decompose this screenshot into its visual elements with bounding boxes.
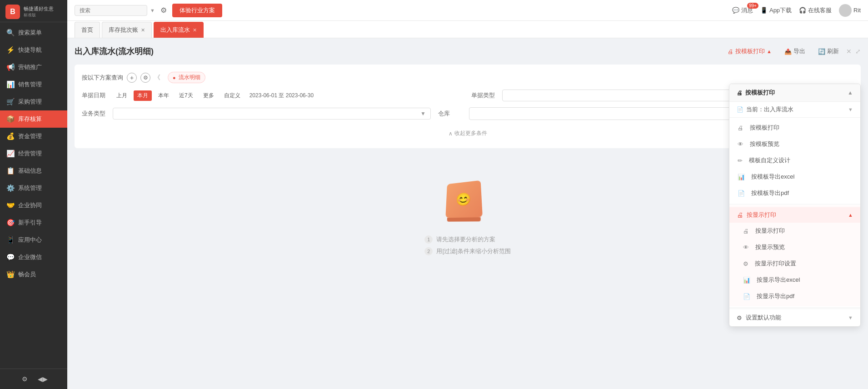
topbar-gear-icon[interactable]: ⚙ bbox=[160, 6, 167, 15]
dropdown-template-section: 🖨 按模板打印 👁 按模板预览 ✏ 模板自定义设计 📊 按模板导出excel bbox=[729, 118, 860, 203]
window-expand-icon[interactable]: ⤢ bbox=[855, 48, 861, 55]
sidebar-item-marketing[interactable]: 📢 营销推广 bbox=[0, 59, 67, 76]
online-service-button[interactable]: 🎧 在线客服 bbox=[799, 6, 832, 15]
sidebar-item-label: 资金管理 bbox=[18, 132, 42, 140]
system-icon: ⚙️ bbox=[6, 184, 15, 192]
display-settings-icon: ⚙ bbox=[743, 260, 748, 267]
tag-label: 流水明细 bbox=[179, 74, 200, 81]
export-label: 导出 bbox=[793, 47, 805, 55]
messages-button[interactable]: 💬 消息 99+ bbox=[732, 6, 753, 15]
template-preview-icon: 👁 bbox=[738, 141, 743, 148]
sidebar-item-app-center[interactable]: 📱 应用中心 bbox=[0, 231, 67, 249]
empty-box-visual: 😊 bbox=[445, 180, 483, 218]
dropdown-item-template-preview[interactable]: 👁 按模板预览 bbox=[729, 136, 860, 152]
sidebar-item-member[interactable]: 👑 畅会员 bbox=[0, 266, 67, 283]
tab-inout-flow-label: 出入库流水 bbox=[160, 26, 190, 34]
tab-batch-account[interactable]: 库存批次账 ✕ bbox=[102, 22, 152, 38]
search-add-button[interactable]: + bbox=[127, 73, 137, 83]
sidebar-item-wechat[interactable]: 💬 企业微信 bbox=[0, 249, 67, 266]
print-template-label: 按模板打印 bbox=[735, 47, 765, 55]
refresh-button[interactable]: 🔄 刷新 bbox=[814, 45, 843, 57]
print-template-button[interactable]: 🖨 按模板打印 ▲ bbox=[724, 45, 775, 57]
tabs-bar: 首页 库存批次账 ✕ 出入库流水 ✕ bbox=[67, 21, 868, 38]
dropdown-display-section-header[interactable]: 🖨 按显示打印 ▲ bbox=[729, 207, 860, 223]
dropdown-item-template-custom[interactable]: ✏ 模板自定义设计 bbox=[729, 152, 860, 169]
sidebar-item-quick-nav[interactable]: ⚡ 快捷导航 bbox=[0, 41, 67, 59]
dropdown-item-template-excel[interactable]: 📊 按模板导出excel bbox=[729, 169, 860, 185]
sidebar-item-label: 经营管理 bbox=[18, 150, 42, 158]
sidebar-item-label: 基础信息 bbox=[18, 167, 42, 175]
sidebar-item-label: 新手引导 bbox=[18, 219, 42, 227]
sidebar-item-basic-info[interactable]: 📋 基础信息 bbox=[0, 162, 67, 180]
sidebar-item-cooperation[interactable]: 🤝 企业协同 bbox=[0, 197, 67, 214]
display-section-icon: 🖨 bbox=[737, 211, 743, 219]
page-top-right: 🖨 按模板打印 ▲ 📤 导出 🔄 刷新 ✕ bbox=[724, 45, 861, 57]
dropdown-panel: 🖨 按模板打印 ▲ 📄 当前：出入库流水 ▼ 🖨 bbox=[729, 84, 861, 327]
dropdown-item-template-pdf[interactable]: 📄 按模板导出pdf bbox=[729, 185, 860, 201]
print-icon: 🖨 bbox=[728, 48, 733, 55]
sidebar-collapse-button[interactable]: ◀▶ bbox=[35, 373, 51, 385]
sidebar-bottom: ⚙ ◀▶ bbox=[0, 369, 67, 389]
date-this-year[interactable]: 本年 bbox=[155, 90, 173, 101]
date-field: 单据日期 上月 本月 本年 近7天 更多 自定义 2023-06-01 至 20… bbox=[82, 90, 464, 101]
display-excel-icon: 📊 bbox=[743, 277, 750, 284]
dropdown-item-display-pdf[interactable]: 📄 按显示导出pdf bbox=[729, 288, 860, 304]
topbar-search-input[interactable] bbox=[75, 5, 147, 16]
date-label: 单据日期 bbox=[82, 91, 109, 100]
sidebar-item-inventory[interactable]: 📦 库存核算 bbox=[0, 110, 67, 128]
sidebar-item-search[interactable]: 🔍 搜索菜单 bbox=[0, 24, 67, 41]
window-close-icon[interactable]: ✕ bbox=[846, 48, 852, 55]
date-more[interactable]: 更多 bbox=[200, 90, 218, 101]
display-print-icon: 🖨 bbox=[743, 228, 749, 234]
sidebar-item-system[interactable]: ⚙️ 系统管理 bbox=[0, 180, 67, 197]
dropdown-current-arrow-icon[interactable]: ▼ bbox=[848, 107, 853, 112]
date-custom[interactable]: 自定义 bbox=[220, 90, 244, 101]
sidebar-item-guide[interactable]: 🎯 新手引导 bbox=[0, 214, 67, 231]
display-print-settings-label: 按显示打印设置 bbox=[755, 259, 796, 268]
tab-inout-flow[interactable]: 出入库流水 ✕ bbox=[154, 22, 204, 38]
display-preview-label: 按显示预览 bbox=[755, 243, 785, 251]
sidebar: B 畅捷通好生意 标准版 🔍 搜索菜单 ⚡ 快捷导航 📢 营销推广 📊 bbox=[0, 0, 67, 389]
business-type-field: 业务类型 ▼ bbox=[82, 108, 431, 120]
sidebar-item-sales[interactable]: 📊 销售管理 bbox=[0, 76, 67, 93]
tab-home[interactable]: 首页 bbox=[75, 22, 100, 38]
sidebar-item-label: 快捷导航 bbox=[18, 46, 42, 54]
dropdown-item-display-excel[interactable]: 📊 按显示导出excel bbox=[729, 272, 860, 288]
business-type-input[interactable]: ▼ bbox=[113, 108, 431, 120]
export-button[interactable]: 📤 导出 bbox=[781, 45, 809, 57]
sidebar-item-operations[interactable]: 📈 经营管理 bbox=[0, 145, 67, 162]
sidebar-item-purchase[interactable]: 🛒 采购管理 bbox=[0, 93, 67, 110]
search-dropdown-arrow-icon[interactable]: ▼ bbox=[150, 8, 155, 13]
dropdown-item-template-print[interactable]: 🖨 按模板打印 bbox=[729, 120, 860, 136]
empty-step-2: 2 用[过滤]条件来缩小分析范围 bbox=[424, 245, 510, 257]
trial-button[interactable]: 体验行业方案 bbox=[172, 4, 222, 17]
user-avatar-button[interactable]: Rit bbox=[839, 4, 861, 17]
dropdown-item-display-print[interactable]: 🖨 按显示打印 bbox=[729, 223, 860, 239]
refresh-icon: 🔄 bbox=[818, 48, 825, 55]
display-excel-label: 按显示导出excel bbox=[757, 276, 800, 284]
messages-badge: 99+ bbox=[747, 3, 758, 9]
dropdown-item-display-print-settings[interactable]: ⚙ 按显示打印设置 bbox=[729, 255, 860, 272]
dropdown-divider bbox=[729, 204, 860, 204]
search-setting-button[interactable]: ⚙ bbox=[140, 73, 150, 83]
date-last-month[interactable]: 上月 bbox=[113, 90, 131, 101]
date-this-month[interactable]: 本月 bbox=[134, 90, 152, 101]
tab-home-label: 首页 bbox=[81, 26, 93, 34]
app-download-button[interactable]: 📱 App下载 bbox=[760, 6, 792, 15]
tab-inout-flow-close-icon[interactable]: ✕ bbox=[193, 27, 197, 33]
tab-batch-account-close-icon[interactable]: ✕ bbox=[141, 27, 145, 33]
dropdown-footer[interactable]: ⚙ 设置默认功能 ▼ bbox=[729, 309, 860, 326]
empty-image: 😊 bbox=[445, 181, 490, 226]
page-content: 出入库流水(流水明细) 🖨 按模板打印 ▲ 📤 导出 🔄 bbox=[67, 38, 868, 389]
dropdown-collapse-icon[interactable]: ▲ bbox=[848, 90, 853, 96]
template-custom-icon: ✏ bbox=[738, 157, 743, 164]
dropdown-item-display-preview[interactable]: 👁 按显示预览 bbox=[729, 239, 860, 255]
business-type-label: 业务类型 bbox=[82, 110, 109, 118]
search-collapse-icon[interactable]: 《 bbox=[154, 74, 160, 82]
date-options: 上月 本月 本年 近7天 更多 自定义 bbox=[113, 90, 244, 101]
date-7days[interactable]: 近7天 bbox=[175, 90, 197, 101]
sidebar-settings-button[interactable]: ⚙ bbox=[16, 373, 33, 385]
sidebar-item-label: 库存核算 bbox=[18, 115, 42, 123]
dropdown-panel-title: 🖨 按模板打印 bbox=[737, 89, 775, 97]
sidebar-item-finance[interactable]: 💰 资金管理 bbox=[0, 128, 67, 145]
